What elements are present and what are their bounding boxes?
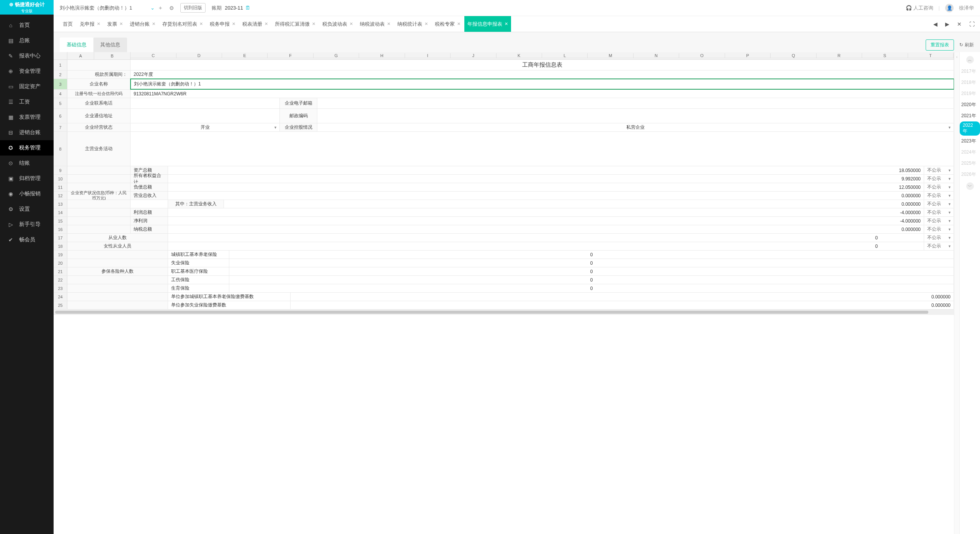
value[interactable]: 0 bbox=[229, 276, 954, 284]
add-icon[interactable]: ＋ bbox=[155, 5, 166, 11]
subtab[interactable]: 其他信息 bbox=[93, 38, 127, 52]
value[interactable]: 0.000000 bbox=[168, 192, 924, 200]
close-icon[interactable]: ✕ bbox=[457, 21, 461, 26]
close-icon[interactable]: ✕ bbox=[119, 21, 123, 26]
table-row[interactable]: 19城镇职工基本养老保险0 bbox=[54, 251, 954, 259]
calendar-icon[interactable]: 🗓 bbox=[245, 5, 250, 11]
visibility-select[interactable]: 不公示 bbox=[924, 208, 954, 216]
entity-selector[interactable]: 刘小艳演示账套（勿删勿动！）1 ⌄ bbox=[60, 5, 155, 11]
table-row[interactable]: 23生育保险0 bbox=[54, 284, 954, 293]
spreadsheet[interactable]: A B CDEFGHIJKLMNOPQRST 1工商年报信息表2税款所属期间：2… bbox=[54, 52, 954, 534]
tab[interactable]: 税检专家✕ bbox=[432, 16, 464, 32]
close-icon[interactable]: ✕ bbox=[505, 21, 508, 26]
table-row[interactable]: 2税款所属期间：2022年度 bbox=[54, 70, 954, 79]
table-row[interactable]: 17从业人数0不公示 bbox=[54, 234, 954, 242]
value[interactable]: 0 bbox=[229, 267, 954, 275]
table-row[interactable]: 10所有者权益合计9.992000不公示 bbox=[54, 175, 954, 183]
year-item[interactable]: 2021年 bbox=[960, 110, 980, 121]
old-version-button[interactable]: 切到旧版 bbox=[180, 3, 206, 13]
table-row[interactable]: 14利润总额-4.000000不公示 bbox=[54, 208, 954, 217]
tab-expand-icon[interactable]: ⛶ bbox=[967, 20, 977, 29]
year-item[interactable]: 2018年 bbox=[960, 77, 980, 88]
value[interactable]: 0 bbox=[168, 234, 924, 242]
nav-item[interactable]: ⊟进销台账 bbox=[0, 125, 54, 140]
visibility-select[interactable]: 不公示 bbox=[924, 217, 954, 225]
year-up-icon[interactable]: ︿ bbox=[966, 56, 974, 64]
consult-link[interactable]: 🎧 人工咨询 bbox=[906, 5, 933, 11]
address-cell[interactable] bbox=[131, 109, 280, 123]
tab-next-icon[interactable]: ▶ bbox=[943, 20, 952, 29]
username[interactable]: 徐泽华 bbox=[959, 5, 974, 11]
value[interactable]: 91320811MA7NGR2W6R bbox=[131, 90, 954, 98]
table-row[interactable]: 21参保各险种人数职工基本医疗保险0 bbox=[54, 267, 954, 276]
subtab[interactable]: 基础信息 bbox=[60, 38, 93, 52]
table-row[interactable]: 5企业联系电话企业电子邮箱 bbox=[54, 98, 954, 109]
visibility-select[interactable]: 不公示 bbox=[924, 175, 954, 183]
year-item[interactable]: 2026年 bbox=[960, 169, 980, 180]
value[interactable]: 0.000000 bbox=[168, 225, 924, 233]
tab[interactable]: 纳税统计表✕ bbox=[394, 16, 431, 32]
table-row[interactable]: 9资产总额18.050000不公示 bbox=[54, 166, 954, 175]
nav-item[interactable]: ⊙结账 bbox=[0, 156, 54, 171]
close-icon[interactable]: ✕ bbox=[199, 21, 203, 26]
close-icon[interactable]: ✕ bbox=[97, 21, 100, 26]
tab[interactable]: 兑申报✕ bbox=[77, 16, 103, 32]
tab[interactable]: 首页 bbox=[60, 16, 76, 32]
value[interactable]: 9.992000 bbox=[168, 175, 924, 183]
year-item[interactable]: 2017年 bbox=[960, 66, 980, 77]
nav-item[interactable]: ✪税务管理 bbox=[0, 140, 54, 156]
table-row[interactable]: 4注册号/统一社会信用代码91320811MA7NGR2W6R bbox=[54, 90, 954, 98]
table-row[interactable]: 7企业经营状态开业企业控股情况私营企业 bbox=[54, 123, 954, 132]
value[interactable]: 0 bbox=[229, 259, 954, 267]
value[interactable]: 0 bbox=[229, 284, 954, 292]
value[interactable]: 0.000000 bbox=[291, 301, 954, 309]
tab[interactable]: 税表清册✕ bbox=[239, 16, 271, 32]
visibility-select[interactable]: 不公示 bbox=[924, 225, 954, 233]
year-down-icon[interactable]: ﹀ bbox=[966, 182, 974, 190]
visibility-select[interactable]: 不公示 bbox=[924, 234, 954, 242]
value[interactable]: 0.000000 bbox=[224, 200, 924, 208]
status-select[interactable]: 开业 bbox=[131, 123, 280, 131]
year-item[interactable]: 2020年 bbox=[960, 99, 980, 110]
table-row[interactable]: 24单位参加城镇职工基本养老保险缴费基数0.000000 bbox=[54, 293, 954, 301]
nav-item[interactable]: ✎报表中心 bbox=[0, 48, 54, 64]
close-icon[interactable]: ✕ bbox=[312, 21, 315, 26]
tab-close-icon[interactable]: ✕ bbox=[955, 20, 964, 29]
tab[interactable]: 年报信息申报表✕ bbox=[464, 16, 511, 32]
reset-report-button[interactable]: 重置报表 bbox=[926, 39, 954, 51]
close-icon[interactable]: ✕ bbox=[265, 21, 268, 26]
collapse-handle[interactable]: ‹ bbox=[954, 52, 959, 534]
nav-item[interactable]: ⌂首页 bbox=[0, 18, 54, 33]
nav-item[interactable]: ▦发票管理 bbox=[0, 110, 54, 125]
visibility-select[interactable]: 不公示 bbox=[924, 183, 954, 191]
gear-icon[interactable]: ⚙ bbox=[166, 5, 177, 11]
table-row[interactable]: 15净利润-4.000000不公示 bbox=[54, 217, 954, 225]
nav-item[interactable]: ⚙设置 bbox=[0, 201, 54, 217]
table-row[interactable]: 11负债总额12.050000不公示 bbox=[54, 183, 954, 192]
year-item[interactable]: 2019年 bbox=[960, 88, 980, 99]
tab[interactable]: 进销台账✕ bbox=[127, 16, 158, 32]
visibility-select[interactable]: 不公示 bbox=[924, 192, 954, 200]
nav-item[interactable]: ☰工资 bbox=[0, 94, 54, 110]
visibility-select[interactable]: 不公示 bbox=[924, 200, 954, 208]
avatar[interactable]: 👤 bbox=[945, 4, 954, 12]
postcode-cell[interactable] bbox=[317, 109, 954, 123]
nav-item[interactable]: ▭固定资产 bbox=[0, 79, 54, 94]
nav-item[interactable]: ▷新手引导 bbox=[0, 217, 54, 232]
value[interactable]: 0 bbox=[168, 242, 924, 250]
close-icon[interactable]: ✕ bbox=[350, 21, 353, 26]
tab[interactable]: 发票✕ bbox=[104, 16, 126, 32]
year-item[interactable]: 2022年 bbox=[960, 121, 980, 136]
table-row[interactable]: 20失业保险0 bbox=[54, 259, 954, 267]
value[interactable]: 0.000000 bbox=[291, 293, 954, 301]
table-row[interactable]: 12企业资产状况信息(币种：人民币万元)营业总收入0.000000不公示 bbox=[54, 192, 954, 200]
value[interactable]: 18.050000 bbox=[168, 166, 924, 174]
table-row[interactable]: 25单位参加失业保险缴费基数0.000000 bbox=[54, 301, 954, 310]
table-row[interactable]: 1工商年报信息表 bbox=[54, 60, 954, 70]
tab[interactable]: 所得税汇算清缴✕ bbox=[272, 16, 318, 32]
table-row[interactable]: 16纳税总额0.000000不公示 bbox=[54, 225, 954, 234]
value[interactable]: 0 bbox=[229, 251, 954, 259]
table-row[interactable]: 3企业名称刘小艳演示账套（勿删勿动！）1 bbox=[54, 79, 954, 90]
close-icon[interactable]: ✕ bbox=[425, 21, 428, 26]
refresh-button[interactable]: ↻ 刷新 bbox=[959, 42, 974, 48]
